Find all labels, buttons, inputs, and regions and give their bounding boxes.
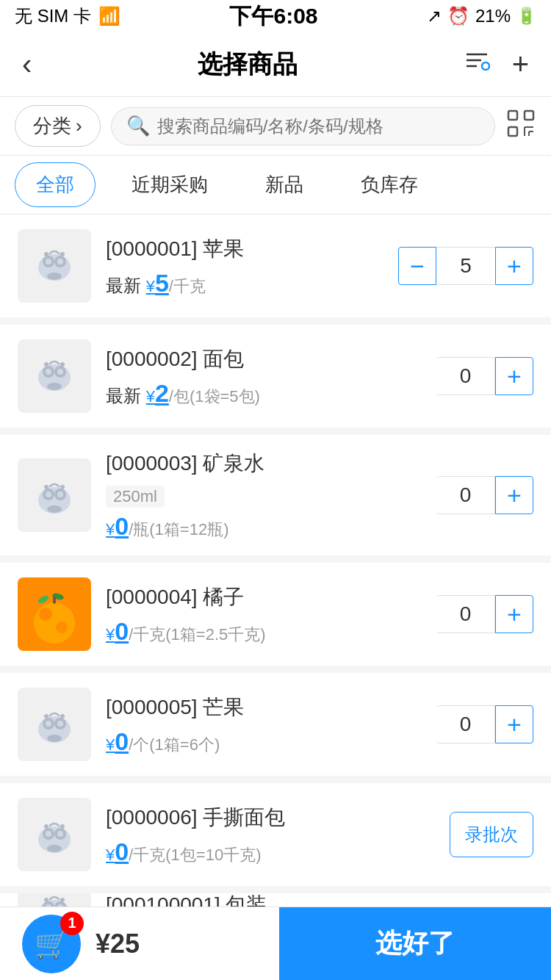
svg-point-39 [56, 621, 68, 633]
product-info-2: [0000003] 矿泉水 250ml ¥0/瓶(1箱=12瓶) [91, 450, 436, 541]
cart-button[interactable]: 🛒 1 [22, 915, 81, 973]
product-info-5: [0000006] 手撕面包 ¥0/千克(1包=10千克) [91, 804, 450, 866]
search-input[interactable] [157, 116, 480, 137]
tab-all[interactable]: 全部 [15, 162, 96, 207]
svg-point-24 [47, 383, 62, 390]
status-bar: 无 SIM 卡 📶 下午6:08 ↗ ⏰ 21% 🔋 [0, 0, 551, 32]
svg-point-25 [44, 362, 48, 367]
quantity-input-4[interactable] [436, 705, 495, 743]
status-time: 下午6:08 [229, 1, 317, 32]
list-item: [0000004] 橘子 ¥0/千克(1箱=2.5千克) + [0, 563, 551, 673]
svg-point-15 [57, 259, 63, 264]
cart-total: ¥25 [96, 929, 140, 959]
filter-icon[interactable] [464, 48, 490, 81]
search-icon: 🔍 [126, 115, 150, 137]
carrier-text: 无 SIM 卡 [15, 4, 91, 28]
product-name-4: [0000005] 芒果 [106, 693, 422, 721]
svg-point-50 [60, 714, 65, 718]
add-button[interactable]: + [512, 48, 529, 81]
product-name-3: [0000004] 橘子 [106, 583, 422, 611]
category-button[interactable]: 分类 › [15, 105, 101, 147]
svg-rect-4 [508, 111, 517, 120]
svg-point-65 [44, 898, 48, 902]
product-name-2: [0000003] 矿泉水 [106, 450, 422, 478]
tabs-row: 全部 近期采购 新品 负库存 [0, 156, 551, 215]
svg-point-46 [46, 721, 51, 727]
svg-point-58 [60, 824, 65, 829]
product-spec-2: 250ml [106, 486, 165, 508]
svg-point-22 [46, 369, 51, 375]
list-item: [0000006] 手撕面包 ¥0/千克(1包=10千克) 录批次 [0, 783, 551, 893]
product-price-2: ¥0/瓶(1箱=12瓶) [106, 512, 422, 541]
svg-point-31 [57, 491, 63, 497]
category-label: 分类 [33, 113, 71, 139]
svg-point-54 [46, 831, 51, 837]
status-right: ↗ ⏰ 21% 🔋 [427, 6, 536, 26]
tab-negative[interactable]: 负库存 [339, 162, 439, 207]
product-image-1 [18, 339, 91, 413]
product-price-4: ¥0/个(1箱=6个) [106, 727, 422, 756]
quantity-input-0[interactable] [436, 247, 495, 285]
product-info-3: [0000004] 橘子 ¥0/千克(1箱=2.5千克) [91, 583, 436, 646]
quantity-control-0: − + [398, 247, 533, 285]
product-price-5: ¥0/千克(1包=10千克) [106, 837, 435, 866]
svg-point-16 [47, 273, 62, 280]
tab-recent[interactable]: 近期采购 [110, 162, 229, 207]
svg-point-33 [44, 485, 48, 489]
increase-button-3[interactable]: + [495, 595, 533, 633]
category-chevron: › [76, 115, 82, 137]
decrease-button-0[interactable]: − [398, 247, 436, 285]
increase-button-0[interactable]: + [495, 247, 533, 285]
battery-text: 21% [475, 6, 511, 26]
svg-point-26 [60, 362, 65, 367]
product-info-0: [0000001] 苹果 最新 ¥5/千克 [91, 235, 398, 298]
list-item: [0000003] 矿泉水 250ml ¥0/瓶(1箱=12瓶) + [0, 435, 551, 563]
svg-point-47 [57, 721, 63, 727]
scan-icon[interactable] [505, 108, 536, 145]
quantity-control-1: + [436, 357, 533, 395]
product-image-3 [18, 577, 91, 651]
product-price-3: ¥0/千克(1箱=2.5千克) [106, 617, 422, 646]
product-image-4 [18, 688, 91, 761]
svg-point-32 [47, 505, 62, 513]
product-price-1: 最新 ¥2/包(1袋=5包) [106, 379, 422, 408]
quantity-input-2[interactable] [436, 476, 495, 514]
svg-point-66 [60, 898, 65, 902]
svg-point-3 [482, 62, 489, 70]
location-icon: ↗ [427, 6, 442, 26]
svg-point-55 [57, 831, 63, 837]
product-info-1: [0000002] 面包 最新 ¥2/包(1袋=5包) [91, 345, 436, 408]
wifi-icon: 📶 [98, 6, 120, 26]
increase-button-2[interactable]: + [495, 476, 533, 514]
svg-point-56 [47, 845, 62, 852]
search-box: 🔍 [111, 107, 495, 145]
svg-point-34 [60, 485, 65, 489]
page-title: 选择商品 [198, 48, 298, 82]
svg-rect-6 [508, 127, 517, 136]
status-left: 无 SIM 卡 📶 [15, 4, 120, 28]
quantity-input-3[interactable] [436, 595, 495, 633]
confirm-button[interactable]: 选好了 [279, 907, 551, 981]
nav-actions: + [464, 48, 529, 81]
product-image-0 [18, 229, 91, 303]
quantity-control-3: + [436, 595, 533, 633]
product-price-0: 最新 ¥5/千克 [106, 269, 383, 298]
record-batch-button[interactable]: 录批次 [450, 812, 533, 857]
placeholder-icon [29, 237, 80, 295]
svg-point-37 [34, 602, 75, 644]
cart-icon: 🛒 [35, 928, 69, 960]
svg-point-57 [44, 824, 48, 829]
list-item: [0000005] 芒果 ¥0/个(1箱=6个) + [0, 673, 551, 783]
back-button[interactable]: ‹ [22, 48, 32, 81]
svg-point-18 [60, 252, 65, 256]
product-name-5: [0000006] 手撕面包 [106, 804, 435, 832]
tab-new[interactable]: 新品 [244, 162, 325, 207]
svg-rect-5 [525, 111, 533, 120]
increase-button-1[interactable]: + [495, 357, 533, 395]
quantity-input-1[interactable] [436, 357, 495, 395]
filter-row: 分类 › 🔍 [0, 97, 551, 156]
svg-point-17 [44, 252, 48, 256]
list-item: [0000001] 苹果 最新 ¥5/千克 − + [0, 215, 551, 325]
increase-button-4[interactable]: + [495, 705, 533, 743]
svg-rect-42 [53, 597, 56, 604]
